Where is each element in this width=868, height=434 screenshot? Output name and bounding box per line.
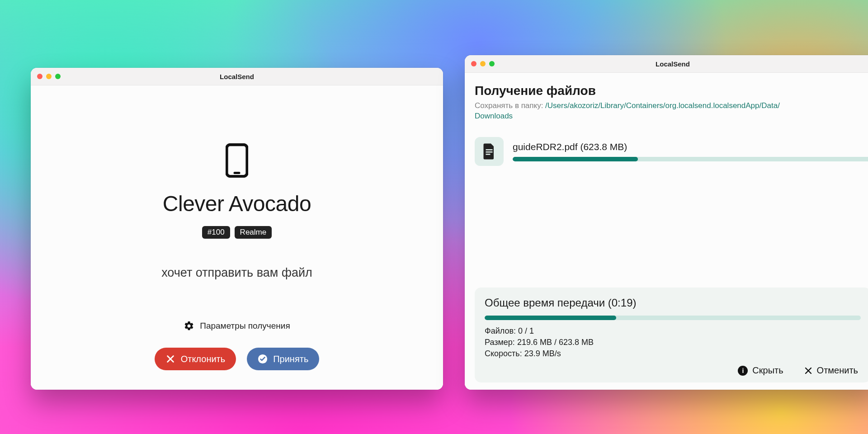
stat-files: Файлов: 0 / 1 [485,326,861,336]
titlebar[interactable]: LocalSend [465,55,868,73]
svg-rect-5 [486,154,491,155]
close-icon [165,354,175,364]
decline-label: Отклонить [181,354,226,364]
titlebar[interactable]: LocalSend [31,68,443,85]
receive-settings-link[interactable]: Параметры получения [184,321,290,331]
receiving-progress-window: LocalSend Получение файлов Сохранять в п… [465,55,868,390]
accept-button[interactable]: Принять [247,348,319,370]
file-progress-fill [513,157,638,161]
badge-brand: Realme [235,226,272,239]
close-icon [804,367,812,375]
cancel-label: Отменить [817,365,858,376]
file-name: guideRDR2.pdf (623.8 MB) [513,142,868,152]
request-body: Clever Avocado #100 Realme хочет отправи… [31,85,443,390]
hide-button[interactable]: i Скрыть [735,365,786,376]
hide-label: Скрыть [752,365,783,376]
sender-badges: #100 Realme [202,226,272,239]
summary-title: Общее время передачи (0:19) [485,297,861,309]
progress-body: Получение файлов Сохранять в папку: /Use… [465,73,868,390]
svg-rect-3 [486,149,493,151]
file-row: guideRDR2.pdf (623.8 MB) [475,137,868,166]
window-title: LocalSend [465,60,868,68]
wants-to-send-text: хочет отправить вам файл [161,266,312,280]
save-path-link-2[interactable]: Downloads [475,112,513,120]
svg-rect-0 [227,145,247,176]
accept-label: Принять [273,354,308,364]
save-path-prefix: Сохранять в папку: [475,101,545,110]
smartphone-icon [226,143,248,178]
sender-name: Clever Avocado [163,191,311,216]
info-icon: i [738,366,748,376]
window-title: LocalSend [31,73,443,80]
decline-button[interactable]: Отклонить [155,348,236,370]
stat-size: Размер: 219.6 MB / 623.8 MB [485,338,861,347]
file-progress-bar [513,157,868,161]
document-icon [482,143,496,160]
page-title: Получение файлов [475,84,868,98]
check-circle-icon [258,354,268,364]
badge-id: #100 [202,226,230,239]
file-icon-box [475,137,504,166]
incoming-request-window: LocalSend Clever Avocado #100 Realme хоч… [31,68,443,390]
cancel-button[interactable]: Отменить [802,365,861,376]
svg-rect-1 [234,172,241,174]
total-progress-fill [485,316,616,320]
save-path-link-1[interactable]: /Users/akozoriz/Library/Containers/org.l… [545,101,780,110]
save-path-line: Сохранять в папку: /Users/akozoriz/Libra… [475,101,868,122]
stat-speed: Скорость: 23.9 MB/s [485,349,861,359]
svg-rect-4 [486,151,493,153]
total-progress-bar [485,316,861,320]
transfer-summary: Общее время передачи (0:19) Файлов: 0 / … [475,288,868,382]
receive-settings-label: Параметры получения [200,321,290,331]
gear-icon [184,321,194,331]
